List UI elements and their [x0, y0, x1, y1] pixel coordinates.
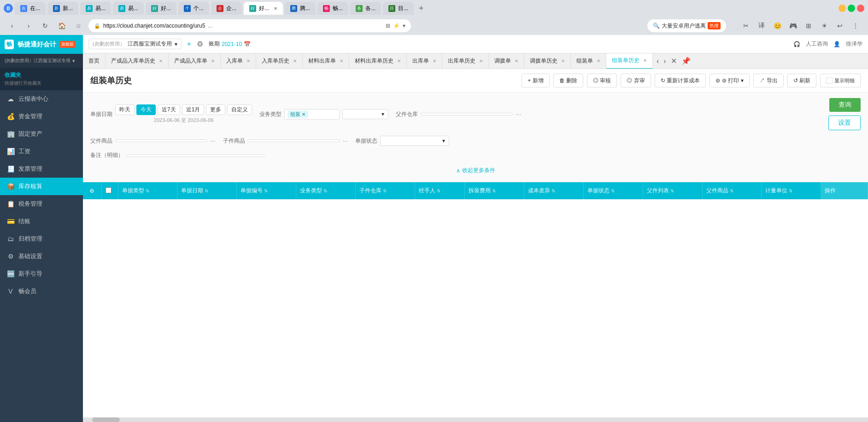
sidebar-item-fixed-assets[interactable]: 🏢 固定资产 [0, 125, 83, 143]
browser-tab-12[interactable]: 目目... [383, 2, 414, 15]
th-parent-goods[interactable]: 父件商品⇅ [702, 182, 762, 199]
url-bar[interactable]: 🔒 https://cloud.chanjet.com/accounting/u… [88, 19, 411, 32]
back-btn[interactable]: ‹ [6, 19, 18, 32]
tab-close-product-in[interactable]: ✕ [211, 58, 215, 64]
sidebar-item-archive[interactable]: 🗂 归档管理 [0, 230, 83, 248]
sidebar-item-fund[interactable]: 💰 资金管理 [0, 108, 83, 125]
tab-out-history[interactable]: 出库单历史✕ [442, 53, 489, 69]
th-parent-list[interactable]: 父件列表⇅ [643, 182, 702, 199]
refresh-btn[interactable]: ↺ 刷新 [787, 74, 816, 87]
add-company-btn[interactable]: + [187, 40, 191, 48]
sidebar-item-invoice[interactable]: 🧾 发票管理 [0, 160, 83, 178]
set-btn[interactable]: 设置 [828, 116, 861, 130]
browser-tab-10[interactable]: 畅畅... [317, 2, 348, 15]
business-type-dropdown[interactable]: ▾ [342, 109, 388, 119]
tab-in-history[interactable]: 入库单历史✕ [256, 53, 303, 69]
tab-close-out[interactable]: ✕ [433, 58, 436, 64]
tab-close-out-history[interactable]: ✕ [479, 58, 483, 64]
th-checkbox[interactable] [101, 182, 118, 199]
date-btn-more[interactable]: 更多 [206, 104, 225, 115]
browser-tab-4[interactable]: 易易... [113, 2, 144, 15]
translate-tool[interactable]: 译 [755, 19, 768, 33]
date-btn-7days[interactable]: 近7天 [158, 104, 180, 115]
audit-btn[interactable]: ◎ 审核 [587, 74, 617, 87]
notes-input[interactable] [126, 154, 264, 157]
tab-in[interactable]: 入库单✕ [221, 53, 256, 69]
query-btn[interactable]: 查询 [829, 98, 861, 112]
browser-tab-8[interactable]: 好好...✕ [244, 2, 283, 15]
tab-product-in[interactable]: 产成品入库单✕ [169, 53, 221, 69]
export-btn[interactable]: ↗ 导出 [753, 74, 783, 87]
date-btn-yesterday[interactable]: 昨天 [115, 104, 135, 115]
browser-tab-3[interactable]: 易易... [80, 2, 111, 15]
th-bill-status[interactable]: 单据状态⇅ [583, 182, 643, 199]
period-calendar-icon[interactable]: 📅 [244, 41, 251, 47]
tab-close-icon[interactable]: ✕ [274, 6, 277, 11]
browser-tab-7[interactable]: 企企... [211, 2, 242, 15]
more-tool[interactable]: ⋮ [849, 19, 862, 33]
tab-close-in[interactable]: ✕ [246, 58, 250, 64]
collapse-btn[interactable]: ∧ 收起更多条件 [456, 167, 495, 174]
tab-close-assemble[interactable]: ✕ [597, 58, 600, 64]
select-all-checkbox[interactable] [106, 187, 111, 193]
th-child-warehouse[interactable]: 子件仓库⇅ [355, 182, 415, 199]
show-detail-btn[interactable]: 显示明细 [820, 74, 861, 87]
scrollbar-horizontal[interactable] [83, 417, 868, 422]
th-bill-date[interactable]: 单据日期⇅ [177, 182, 237, 199]
tab-close-material-out-history[interactable]: ✕ [397, 58, 401, 64]
tab-close-transfer[interactable]: ✕ [515, 58, 518, 64]
tab-assemble-history[interactable]: 组装单历史✕ [606, 53, 653, 69]
reload-btn[interactable]: ↻ [39, 19, 52, 32]
sidebar-item-payroll[interactable]: 📊 工资 [0, 143, 83, 160]
cut-tool[interactable]: ✂ [739, 19, 753, 33]
date-btn-today[interactable]: 今天 [136, 104, 156, 115]
sidebar-item-tax[interactable]: 📋 税务管理 [0, 195, 83, 213]
tab-transfer[interactable]: 调拨单✕ [489, 53, 524, 69]
bookmark-btn[interactable]: ☆ [72, 19, 85, 32]
browser-tab-5[interactable]: 好好... [146, 2, 176, 15]
th-bill-no[interactable]: 单据编号⇅ [237, 182, 296, 199]
date-btn-1month[interactable]: 近1月 [182, 104, 205, 115]
forward-btn[interactable]: › [22, 19, 35, 32]
sidebar-item-member[interactable]: V 畅会员 [0, 283, 83, 300]
parent-goods-input[interactable] [115, 139, 207, 142]
maximize-btn[interactable] [848, 5, 855, 12]
print-btn[interactable]: ⊜ ⊜ 打印 ▾ [710, 74, 750, 87]
extension-icon[interactable]: ⚡ [393, 23, 400, 29]
th-unit[interactable]: 计量单位⇅ [762, 182, 821, 199]
browser-tab-9[interactable]: 腾腾... [285, 2, 316, 15]
browser-tab-2[interactable]: 新新... [47, 2, 78, 15]
sidebar-item-settings[interactable]: ⚙ 基础设置 [0, 248, 83, 265]
browser-tab-6[interactable]: 个个... [178, 2, 209, 15]
delete-btn[interactable]: 🗑 删除 [553, 74, 583, 87]
company-selector[interactable]: (勿删勿禁用） 江西服宝测试专用 ▾ [88, 39, 182, 49]
tab-home[interactable]: 首页 [83, 53, 106, 69]
th-bill-type[interactable]: 单据类型⇅ [118, 182, 177, 199]
theme-tool[interactable]: ☀ [817, 19, 831, 33]
th-business-type[interactable]: 业务类型⇅ [296, 182, 356, 199]
tabs-next[interactable]: › [662, 57, 668, 65]
tabs-pin[interactable]: 📌 [680, 57, 692, 65]
th-disassemble-fee[interactable]: 拆装费用⇅ [465, 182, 524, 199]
order-status-select[interactable]: ▾ [380, 136, 449, 146]
tab-close-in-history[interactable]: ✕ [293, 58, 297, 64]
new-tab-btn[interactable]: + [416, 3, 427, 14]
add-btn[interactable]: + 新增 [522, 74, 549, 87]
tab-out[interactable]: 出库单✕ [407, 53, 442, 69]
minimize-btn[interactable] [839, 5, 846, 12]
sidebar-item-inventory[interactable]: 📦 库存核算 [0, 178, 83, 195]
parent-goods-more[interactable]: ··· [210, 137, 216, 145]
emoji-tool[interactable]: 😊 [770, 19, 784, 33]
date-btn-custom[interactable]: 自定义 [227, 104, 252, 115]
tab-close-product-in-history[interactable]: ✕ [159, 58, 163, 64]
tab-close-material-out[interactable]: ✕ [340, 58, 343, 64]
browser-tab-1[interactable]: 在在... [15, 2, 46, 15]
search-box[interactable]: 🔍 大量安卓用户逃离 热搜 [647, 19, 726, 32]
child-goods-more[interactable]: ··· [343, 137, 348, 145]
settings-btn[interactable]: ⚙ [197, 40, 203, 48]
sidebar-favorites[interactable]: 收藏夹 快捷键打开收藏夹 [0, 68, 83, 90]
game-tool[interactable]: 🎮 [786, 19, 800, 33]
business-type-tag-remove[interactable]: ✕ [302, 112, 305, 117]
dropdown-icon[interactable]: ▾ [403, 23, 405, 29]
sidebar-item-guide[interactable]: 🆕 新手引导 [0, 265, 83, 283]
